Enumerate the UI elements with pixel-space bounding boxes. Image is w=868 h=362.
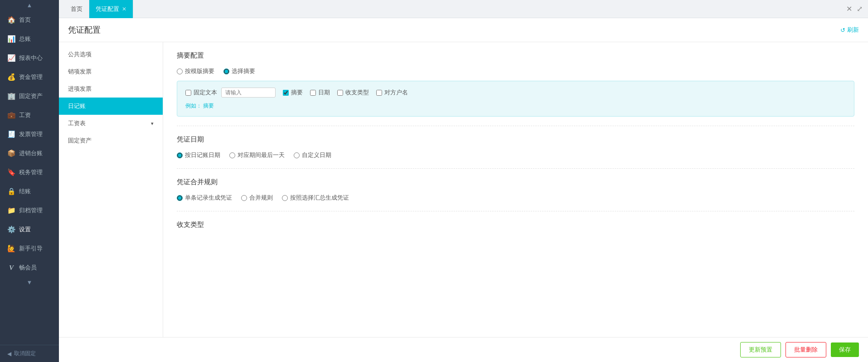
left-nav-diary[interactable]: 日记账	[59, 98, 163, 115]
ledger-icon: 📊	[7, 35, 15, 43]
sidebar-item-funds[interactable]: 💰 资金管理	[0, 68, 59, 87]
left-nav-public[interactable]: 公共选项	[59, 46, 163, 63]
report-icon: 📈	[7, 54, 15, 62]
checkbox-abstract-input[interactable]	[283, 90, 289, 96]
date-radio-account[interactable]: 按日记账日期	[177, 151, 220, 159]
summary-radio-group: 按模版摘要 选择摘要	[177, 67, 854, 75]
sidebar-item-payroll[interactable]: 💼 工资	[0, 106, 59, 125]
summary-radio-template[interactable]: 按模版摘要	[177, 67, 214, 75]
sidebar-scroll-up[interactable]: ▲	[0, 0, 59, 10]
sidebar-cancel-pin[interactable]: ◀ 取消固定	[0, 345, 59, 362]
tab-voucher[interactable]: 凭证配置 ✕	[89, 0, 133, 18]
sidebar-item-label: 结账	[19, 187, 31, 196]
update-preview-button[interactable]: 更新预置	[740, 342, 781, 357]
merge-section-title: 凭证合并规则	[177, 178, 854, 186]
date-radio-custom[interactable]: 自定义日期	[294, 151, 331, 159]
summary-section: 摘要配置 按模版摘要 选择摘要	[177, 51, 854, 126]
sidebar-item-guide[interactable]: 🙋 新手引导	[0, 239, 59, 258]
checkbox-date[interactable]: 日期	[310, 88, 330, 97]
summary-box: 固定文本 摘要 日期	[177, 81, 854, 117]
body-layout: 公共选项 销项发票 进项发票 日记账 工资表 ▾ 固定资产	[59, 42, 868, 337]
merge-radio-by-selection[interactable]: 按照选择汇总生成凭证	[282, 194, 349, 202]
sidebar-item-ledger[interactable]: 📊 总账	[0, 29, 59, 49]
merge-radio-by-selection-input[interactable]	[282, 195, 288, 201]
pin-icon: ◀	[7, 351, 11, 357]
date-radio-custom-input[interactable]	[294, 152, 300, 158]
left-nav-purchase[interactable]: 进项发票	[59, 80, 163, 98]
right-content: 摘要配置 按模版摘要 选择摘要	[163, 42, 868, 337]
sidebar-item-member[interactable]: V 畅会员	[0, 258, 59, 277]
sidebar-item-label: 设置	[19, 225, 31, 234]
sidebar-item-close[interactable]: 🔒 结账	[0, 182, 59, 201]
sidebar-item-label: 资金管理	[19, 73, 43, 81]
fixed-text-input[interactable]	[221, 88, 276, 98]
checkbox-income-type[interactable]: 收支类型	[337, 88, 369, 97]
summary-radio-template-input[interactable]	[177, 68, 183, 74]
sidebar-item-label: 新手引导	[19, 245, 43, 253]
summary-checkbox-row: 固定文本 摘要 日期	[185, 88, 846, 98]
date-radio-last-input[interactable]	[229, 152, 235, 158]
tab-close-button[interactable]: ✕	[122, 6, 126, 12]
sidebar-item-label: 工资	[19, 111, 31, 119]
summary-radio-select[interactable]: 选择摘要	[223, 67, 255, 75]
funds-icon: 💰	[7, 73, 15, 81]
sidebar-item-assets[interactable]: 🏢 固定资产	[0, 87, 59, 106]
merge-radio-rule-input[interactable]	[241, 195, 247, 201]
date-radio-account-input[interactable]	[177, 152, 183, 158]
sidebar-item-label: 报表中心	[19, 54, 43, 62]
merge-radio-rule[interactable]: 合并规则	[241, 194, 273, 202]
sidebar-item-label: 首页	[19, 16, 31, 24]
refresh-icon: ↺	[840, 27, 845, 34]
guide-icon: 🙋	[7, 245, 15, 253]
checkbox-fixed-text[interactable]: 固定文本	[185, 88, 276, 98]
window-close-button[interactable]: ✕	[846, 5, 852, 13]
page-title: 凭证配置	[68, 24, 101, 35]
sidebar-item-report[interactable]: 📈 报表中心	[0, 49, 59, 68]
checkbox-counterparty-input[interactable]	[376, 90, 382, 96]
assets-icon: 🏢	[7, 92, 15, 100]
tab-home-label: 首页	[71, 5, 82, 13]
tab-bar: 首页 凭证配置 ✕ ✕ ⤢	[59, 0, 868, 18]
save-button[interactable]: 保存	[831, 342, 859, 357]
left-nav-sales[interactable]: 销项发票	[59, 63, 163, 80]
checkbox-fixed-text-input[interactable]	[185, 90, 191, 96]
sidebar-item-home[interactable]: 🏠 首页	[0, 10, 59, 29]
refresh-button[interactable]: ↺ 刷新	[840, 26, 859, 34]
content-wrapper: 凭证配置 ↺ 刷新 公共选项 销项发票 进项发票 日记账	[59, 18, 868, 362]
sidebar-item-archive[interactable]: 📁 归档管理	[0, 201, 59, 220]
checkbox-income-type-input[interactable]	[337, 90, 343, 96]
home-icon: 🏠	[7, 16, 15, 24]
date-radio-group: 按日记账日期 对应期间最后一天 自定义日期	[177, 151, 854, 159]
batch-delete-button[interactable]: 批量删除	[786, 342, 826, 357]
member-icon: V	[7, 264, 15, 272]
tab-home[interactable]: 首页	[64, 0, 89, 18]
checkbox-counterparty[interactable]: 对方户名	[376, 88, 408, 97]
main-area: 首页 凭证配置 ✕ ✕ ⤢ 凭证配置 ↺ 刷新 公共选项	[59, 0, 868, 362]
sidebar-scroll-down[interactable]: ▼	[0, 277, 59, 288]
sidebar-item-settings[interactable]: ⚙️ 设置	[0, 220, 59, 239]
page-header: 凭证配置 ↺ 刷新	[59, 18, 868, 42]
sidebar-item-label: 税务管理	[19, 168, 43, 176]
left-nav-payroll[interactable]: 工资表 ▾	[59, 115, 163, 132]
date-radio-last[interactable]: 对应期间最后一天	[229, 151, 285, 159]
tax-icon: 🔖	[7, 168, 15, 176]
left-nav-assets[interactable]: 固定资产	[59, 132, 163, 149]
left-nav: 公共选项 销项发票 进项发票 日记账 工资表 ▾ 固定资产	[59, 42, 163, 337]
sidebar-item-invoice[interactable]: 🧾 发票管理	[0, 125, 59, 144]
payroll-icon: 💼	[7, 111, 15, 119]
window-expand-button[interactable]: ⤢	[857, 5, 863, 13]
sidebar-item-label: 归档管理	[19, 206, 43, 215]
checkbox-date-input[interactable]	[310, 90, 316, 96]
sidebar-item-purchase[interactable]: 📦 进销台账	[0, 144, 59, 163]
archive-icon: 📁	[7, 206, 15, 215]
sidebar-item-tax[interactable]: 🔖 税务管理	[0, 163, 59, 182]
checkbox-abstract[interactable]: 摘要	[283, 88, 303, 97]
close-books-icon: 🔒	[7, 187, 15, 196]
summary-radio-select-input[interactable]	[223, 68, 229, 74]
income-type-section: 收支类型	[177, 220, 854, 245]
window-controls: ✕ ⤢	[846, 5, 863, 13]
merge-radio-single[interactable]: 单条记录生成凭证	[177, 194, 232, 202]
invoice-icon: 🧾	[7, 130, 15, 138]
merge-radio-single-input[interactable]	[177, 195, 183, 201]
sidebar-item-label: 进销台账	[19, 149, 43, 157]
